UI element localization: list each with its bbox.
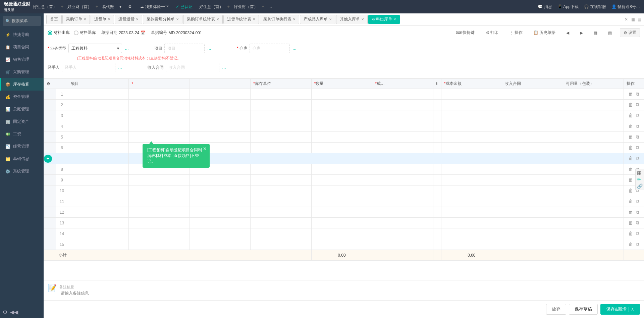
td-quantity[interactable] <box>311 89 372 100</box>
copy-row-button[interactable]: ⧉ <box>635 102 640 107</box>
input-available[interactable] <box>563 89 624 99</box>
input-quantity[interactable] <box>312 100 372 110</box>
tab-global-close[interactable]: ✕ <box>625 17 628 22</box>
project-input[interactable]: 项目 <box>164 44 205 53</box>
warehouse-ellipsis[interactable]: … <box>292 46 297 51</box>
delete-row-button[interactable]: 🗑 <box>627 123 634 129</box>
shortcut-key-button[interactable]: ⌨ 快捷键 <box>453 29 477 37</box>
copy-row-button[interactable]: ⧉ <box>635 220 640 225</box>
layout-list-button[interactable]: ▤ <box>605 29 614 37</box>
sidebar-item-sales[interactable]: 📈 销售管理 <box>0 53 44 66</box>
tab-purchase-expense[interactable]: 采购费用分摊单 ✕ <box>143 15 182 24</box>
tab-incoming-return[interactable]: 进货退货 ✕ <box>115 15 142 24</box>
prev-doc-button[interactable]: ◀ <box>564 29 572 37</box>
delete-row-button[interactable]: 🗑 <box>627 209 634 215</box>
input-quantity[interactable] <box>312 89 372 99</box>
calendar-icon[interactable]: 📅 <box>141 31 146 35</box>
input-project[interactable] <box>68 100 128 110</box>
copy-row-button[interactable]: ⧉ <box>635 134 640 140</box>
copy-row-button[interactable]: ⧉ <box>635 91 640 97</box>
nav-app-download[interactable]: 📱 App下载 <box>557 4 579 10</box>
input-available[interactable] <box>563 100 624 110</box>
sidebar-item-shortcut[interactable]: ⚡ 快捷导航 <box>0 29 44 41</box>
nav-item-settings[interactable]: ▾ <box>119 4 121 9</box>
next-doc-button[interactable]: ▶ <box>577 29 586 37</box>
input-income-contract[interactable] <box>502 89 562 99</box>
nav-user[interactable]: 👤 畅捷通8号… <box>611 4 640 10</box>
input-material[interactable] <box>129 100 189 110</box>
input-income-contract[interactable] <box>502 100 562 110</box>
nav-item-experience[interactable]: ☁ 我要体验一下 <box>140 4 169 10</box>
copy-row-button[interactable]: ⧉ <box>635 145 640 150</box>
sidebar-item-system[interactable]: ⚙️ 系统管理 <box>0 165 44 177</box>
tab-close-purchase-exec[interactable]: ✕ <box>293 17 296 21</box>
sidebar-collapse-button[interactable]: ◀◀ <box>10 309 18 315</box>
copy-row-button[interactable]: ⧉ <box>635 113 640 118</box>
tab-material-out[interactable]: 材料出库单 ✕ <box>368 15 400 24</box>
copy-row-button[interactable]: ⧉ <box>635 156 640 161</box>
td-cost-price[interactable] <box>372 89 433 100</box>
tab-close-incoming-return[interactable]: ✕ <box>136 17 139 21</box>
sidebar-item-project[interactable]: 📋 项目合同 <box>0 41 44 53</box>
save-new-button[interactable]: 保存&新增 ∧ <box>600 304 640 315</box>
nav-online-service[interactable]: 🎧 在线客服 <box>584 4 606 10</box>
copy-row-button[interactable]: ⧉ <box>635 209 640 215</box>
input-cost-amount[interactable] <box>441 89 502 99</box>
td-cost-amount[interactable] <box>441 89 502 100</box>
sidebar-item-finance[interactable]: 💰 资金管理 <box>0 91 44 103</box>
nav-item-haoshengyi[interactable]: 好生意（首） <box>33 4 57 10</box>
radio-material-out[interactable]: 材料出库 <box>48 30 70 36</box>
operation-button[interactable]: ⋮ 操作 <box>506 29 525 37</box>
print-button[interactable]: 🖨 打印 <box>483 29 501 37</box>
delete-row-button[interactable]: 🗑 <box>627 102 634 107</box>
warehouse-input[interactable]: 仓库 <box>250 44 290 53</box>
tab-product-in[interactable]: 产成品入库单 ✕ <box>300 15 335 24</box>
delete-row-button[interactable]: 🗑 <box>627 242 634 247</box>
input-spec[interactable] <box>190 89 250 99</box>
input-material[interactable] <box>129 89 189 99</box>
input-unit[interactable] <box>251 89 311 99</box>
delete-row-button[interactable]: 🗑 <box>627 231 634 236</box>
right-panel-icon3[interactable]: 🔗 <box>637 183 643 189</box>
delete-row-button[interactable]: 🗑 <box>627 156 634 161</box>
save-draft-button[interactable]: 保存草稿 <box>569 304 598 315</box>
copy-row-button[interactable]: ⧉ <box>635 199 640 204</box>
input-cost-amount[interactable] <box>441 100 502 110</box>
nav-messages[interactable]: 💬 消息 <box>538 4 552 10</box>
handler-ellipsis[interactable]: … <box>118 65 122 70</box>
search-menu-button[interactable]: 🔍 搜索菜单 <box>3 16 41 26</box>
copy-row-button[interactable]: ⧉ <box>635 231 640 236</box>
delete-row-button[interactable]: 🗑 <box>627 134 634 140</box>
radio-material-return[interactable]: 材料退库 <box>74 30 96 36</box>
sidebar-item-basic[interactable]: 🗂️ 基础信息 <box>0 153 44 165</box>
input-cost-price[interactable] <box>372 100 433 110</box>
tab-close-purchase-stat[interactable]: ✕ <box>216 17 219 21</box>
right-panel-icon2[interactable]: ✏ <box>637 177 643 182</box>
sidebar-item-assets[interactable]: 🏢 固定资产 <box>0 115 44 128</box>
project-ellipsis[interactable]: … <box>207 46 211 51</box>
sidebar-settings-button[interactable]: ⚙ <box>3 309 7 315</box>
tab-close-product-in[interactable]: ✕ <box>329 17 332 21</box>
td-material[interactable] <box>129 89 190 100</box>
sidebar-item-accounting[interactable]: 📊 总账管理 <box>0 103 44 115</box>
tab-incoming[interactable]: 进货单 ✕ <box>91 15 114 24</box>
th-settings[interactable]: ⚙ <box>44 79 56 89</box>
delete-row-button[interactable]: 🗑 <box>627 145 634 150</box>
settings-button[interactable]: ⚙ 设置 <box>620 28 640 37</box>
tab-purchase-order[interactable]: 采购订单 ✕ <box>62 15 90 24</box>
delete-row-button[interactable]: 🗑 <box>627 220 634 225</box>
income-contract-input[interactable]: 收入合同 <box>166 63 219 72</box>
nav-item-yidaizhang[interactable]: 易代账 <box>102 4 114 10</box>
input-unit[interactable] <box>251 100 311 110</box>
tab-close-purchase-order[interactable]: ✕ <box>84 17 86 21</box>
delete-row-button[interactable]: 🗑 <box>627 166 634 172</box>
nav-item-haoshengyi2[interactable]: 好生意（首） <box>199 4 223 10</box>
sidebar-item-purchase[interactable]: 🛒 采购管理 <box>0 66 44 78</box>
tab-purchase-exec[interactable]: 采购订单执行表 ✕ <box>260 15 299 24</box>
copy-row-button[interactable]: ⧉ <box>635 123 640 129</box>
tab-purchase-stat[interactable]: 采购订单统计表 ✕ <box>183 15 223 24</box>
save-new-arrow-icon[interactable]: ∧ <box>629 307 634 312</box>
income-contract-ellipsis[interactable]: … <box>222 65 226 70</box>
tab-close-other-in[interactable]: ✕ <box>361 17 364 21</box>
tab-layout-grid[interactable]: ▦ <box>631 17 635 22</box>
